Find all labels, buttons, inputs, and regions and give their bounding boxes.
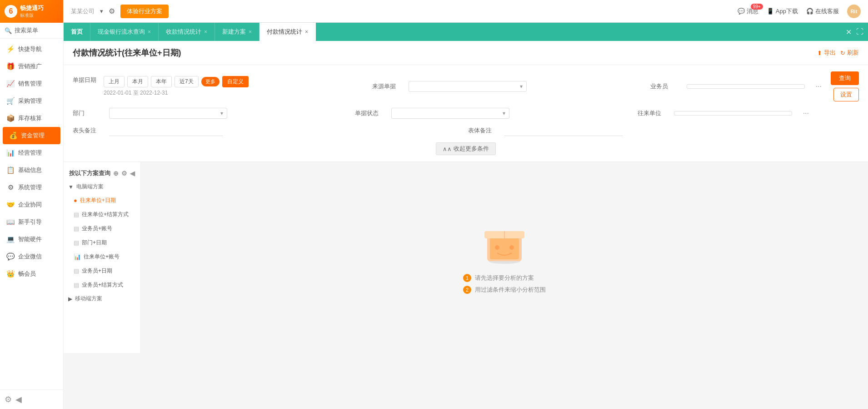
scheme-collapse-icon[interactable]: ◀	[130, 170, 135, 177]
table-header-note-input[interactable]	[109, 125, 223, 136]
tab-receipts-stat-label: 收款情况统计	[166, 28, 201, 36]
tab-bank-flow[interactable]: 现金银行流水查询 ×	[90, 23, 159, 41]
refresh-button[interactable]: ↻ 刷新	[840, 49, 859, 57]
topbar-settings-icon[interactable]: ⚙	[109, 7, 115, 15]
salesman-label: 业务员	[650, 82, 678, 91]
table-body-note-input[interactable]	[504, 125, 623, 136]
tab-payment-stat[interactable]: 付款情况统计 ×	[259, 23, 316, 41]
sidebar-collapse-icon[interactable]: ◀	[15, 394, 22, 404]
page-content: 付款情况统计(往来单位+日期) ⬆ 导出 ↻ 刷新 单据日期	[64, 41, 868, 409]
hint-num-2: 2	[463, 286, 471, 294]
online-service-button[interactable]: 🎧 在线客服	[806, 7, 839, 15]
logo-text: 畅捷通巧 标准版	[20, 4, 44, 19]
sidebar-item-sales[interactable]: 📈 销售管理	[0, 75, 63, 92]
salesman-select[interactable]	[687, 84, 805, 89]
sidebar-item-member[interactable]: 👑 畅会员	[0, 265, 63, 283]
scheme-item-salesman-settlement-label: 业务员+结算方式	[82, 281, 123, 289]
nav-label-basicinfo: 基础信息	[18, 166, 42, 174]
tab-new-scheme-close[interactable]: ×	[249, 29, 252, 35]
tab-receipts-stat[interactable]: 收款情况统计 ×	[159, 23, 215, 41]
notifications-button[interactable]: 💬 消息 99+	[738, 7, 758, 15]
scheme-add-icon[interactable]: ⊕	[113, 170, 119, 177]
date-btn-last-7days[interactable]: 近7天	[175, 76, 199, 87]
query-button[interactable]: 查询	[831, 71, 859, 85]
salesman-more-dots[interactable]: ···	[816, 82, 822, 91]
partner-more-dots[interactable]: ···	[803, 109, 809, 117]
scheme-item-icon-5: ▤	[74, 268, 79, 274]
sidebar-item-inventory[interactable]: 📦 库存核算	[0, 110, 63, 127]
scheme-item-salesman-date[interactable]: ▤ 业务员+日期	[64, 264, 140, 278]
app-download-button[interactable]: 📱 App下载	[767, 7, 798, 15]
nav-label-inventory: 库存核算	[18, 114, 42, 122]
date-btn-this-month[interactable]: 本月	[127, 76, 148, 87]
table-body-note-label: 表体备注	[468, 126, 495, 135]
voucher-date-label: 单据日期	[73, 76, 100, 84]
sidebar-item-weixin[interactable]: 💬 企业微信	[0, 248, 63, 265]
tab-payment-stat-close[interactable]: ×	[305, 29, 308, 35]
filter-row-3: 表头备注 表体备注	[73, 125, 859, 136]
source-voucher-select[interactable]: ▾	[409, 81, 527, 92]
footer-settings-icon[interactable]: ⚙	[5, 394, 12, 404]
voucher-status-select[interactable]: ▾	[391, 108, 509, 119]
collapse-icon: ∧∧	[443, 146, 452, 152]
topbar-company-dropdown[interactable]: ▾	[100, 8, 103, 15]
tab-expand-icon[interactable]: ⛶	[856, 28, 863, 36]
sidebar-search[interactable]: 🔍 搜索菜单	[0, 23, 63, 39]
scheme-desktop-group-title[interactable]: ▼ 电脑端方案	[64, 180, 140, 193]
scheme-item-dept-date[interactable]: ▤ 部门+日期	[64, 236, 140, 250]
tab-home[interactable]: 首页	[64, 23, 90, 41]
nav-label-weixin: 企业微信	[18, 252, 42, 261]
dept-select[interactable]: ▾	[109, 108, 227, 119]
tab-close-all-icon[interactable]: ✕	[846, 28, 852, 36]
sidebar-logo: 6 畅捷通巧 标准版	[0, 0, 63, 23]
date-btn-more[interactable]: 更多	[201, 77, 219, 86]
phone-icon: 📱	[767, 8, 774, 15]
nav-icon-cooperation: 🤝	[6, 201, 15, 209]
tab-new-scheme[interactable]: 新建方案 ×	[215, 23, 259, 41]
user-avatar[interactable]: Rit	[847, 5, 861, 18]
voucher-status-label: 单据状态	[355, 109, 382, 117]
logo-icon: 6	[5, 5, 17, 18]
nav-icon-weixin: 💬	[6, 252, 15, 261]
tab-bank-flow-close[interactable]: ×	[148, 29, 151, 35]
sidebar-item-guide[interactable]: 📖 新手引导	[0, 213, 63, 231]
headset-icon: 🎧	[806, 8, 813, 15]
scheme-settings-icon[interactable]: ⚙	[121, 170, 127, 177]
hint-row-1: 1 请先选择要分析的方案	[463, 274, 546, 282]
collapse-button[interactable]: ∧∧ 收起更多条件	[436, 142, 496, 155]
sidebar-item-hardware[interactable]: 💻 智能硬件	[0, 231, 63, 248]
scheme-mobile-group-title[interactable]: ▶ 移动端方案	[64, 292, 140, 305]
partner-select[interactable]	[674, 111, 792, 116]
sidebar-item-capital[interactable]: 💰 资金管理	[3, 127, 60, 144]
sidebar-item-cooperation[interactable]: 🤝 企业协同	[0, 196, 63, 213]
sidebar-item-system[interactable]: ⚙ 系统管理	[0, 179, 63, 196]
date-btn-this-year[interactable]: 本年	[151, 76, 172, 87]
scheme-item-salesman-settlement[interactable]: ▤ 业务员+结算方式	[64, 278, 140, 292]
tab-receipts-stat-close[interactable]: ×	[204, 29, 207, 35]
export-button[interactable]: ⬆ 导出	[817, 49, 836, 57]
date-btn-custom[interactable]: 自定义	[222, 76, 249, 87]
sidebar-item-quick-nav[interactable]: ⚡ 快捷导航	[0, 40, 63, 58]
collapse-row: ∧∧ 收起更多条件	[73, 142, 859, 155]
sidebar-item-basicinfo[interactable]: 📋 基础信息	[0, 162, 63, 179]
scheme-desktop-label: 电脑端方案	[76, 183, 104, 191]
nav-label-hardware: 智能硬件	[18, 235, 42, 243]
sidebar-item-operation[interactable]: 📊 经营管理	[0, 144, 63, 162]
filter-settings-button[interactable]: 设置	[833, 88, 859, 101]
dept-arrow: ▾	[220, 110, 223, 116]
tab-new-scheme-label: 新建方案	[222, 28, 246, 36]
scheme-item-partner-settlement[interactable]: ▤ 往来单位+结算方式	[64, 207, 140, 222]
sidebar-item-purchase[interactable]: 🛒 采购管理	[0, 92, 63, 110]
scheme-item-partner-account[interactable]: 📊 往来单位+账号	[64, 250, 140, 264]
scheme-item-icon-6: ▤	[74, 282, 79, 288]
topbar-company-name: 某某公司	[71, 7, 95, 15]
scheme-mobile-group: ▶ 移动端方案	[64, 292, 140, 305]
sidebar: 6 畅捷通巧 标准版 🔍 搜索菜单 ⚡ 快捷导航 🎁 营销推广 📈 销售管理 🛒…	[0, 0, 64, 409]
page-header: 付款情况统计(往来单位+日期) ⬆ 导出 ↻ 刷新	[64, 41, 868, 65]
scheme-item-partner-date[interactable]: ● 往来单位+日期	[64, 193, 140, 207]
scheme-item-active-icon: ●	[74, 197, 77, 204]
date-btn-last-month[interactable]: 上月	[104, 76, 125, 87]
sidebar-item-marketing[interactable]: 🎁 营销推广	[0, 58, 63, 75]
trial-button[interactable]: 体验行业方案	[120, 5, 169, 18]
scheme-item-salesman-account[interactable]: ▤ 业务员+账号	[64, 222, 140, 236]
